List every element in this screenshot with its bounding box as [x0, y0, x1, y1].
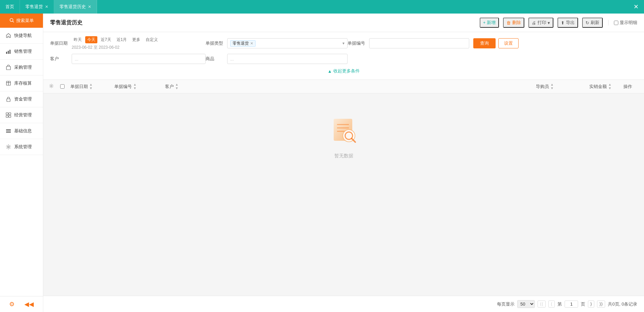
- print-icon: 🖨: [532, 20, 536, 25]
- th-order[interactable]: 单据编号 ▲▼: [112, 83, 162, 90]
- sidebar: 搜索菜单 快捷导航 销售管理: [0, 14, 43, 312]
- filter-row-1: 单据日期 昨天 今天 近7天 近1月 更多 自定义 2023-06-02 至 2…: [50, 36, 637, 50]
- table-container: 单据日期 ▲▼ 单据编号 ▲▼ 客户 ▲▼: [43, 80, 644, 296]
- th-select-all[interactable]: [57, 84, 68, 89]
- collapse-label: 收起更多条件: [333, 68, 360, 74]
- date-btn-yesterday[interactable]: 昨天: [72, 36, 84, 43]
- window-close-button[interactable]: ✕: [628, 3, 644, 10]
- gear-icon: [5, 144, 11, 150]
- th-amount[interactable]: 实销金额 ▲▼: [574, 83, 614, 90]
- th-customer-sort-icon: ▲▼: [175, 83, 178, 90]
- page-input[interactable]: [565, 300, 578, 308]
- tab-retail-return-close[interactable]: ✕: [45, 4, 48, 9]
- th-customer-label: 客户: [165, 84, 174, 90]
- svg-rect-13: [9, 115, 11, 117]
- date-btn-7days[interactable]: 近7天: [99, 36, 113, 43]
- th-guide-sort-icon: ▲▼: [550, 83, 554, 90]
- sidebar-item-basic-info[interactable]: 基础信息: [0, 123, 43, 139]
- svg-rect-9: [7, 99, 10, 102]
- next-page-button[interactable]: ⟩: [588, 300, 594, 308]
- sidebar-item-system-mgmt[interactable]: 系统管理: [0, 139, 43, 155]
- sidebar-item-sales-mgmt[interactable]: 销售管理: [0, 44, 43, 60]
- collapse-up-icon: ▲: [328, 69, 332, 74]
- sidebar-item-inventory[interactable]: 库存核算: [0, 75, 43, 91]
- settings-button[interactable]: ⚙: [9, 300, 15, 308]
- th-settings[interactable]: [46, 84, 57, 89]
- filter-type: 单据类型 零售退货 ✕ ▾: [206, 38, 348, 48]
- table-body: 暂无数据: [43, 93, 644, 296]
- settings-icon: [49, 84, 54, 89]
- collapse-button[interactable]: ▲ 收起更多条件: [324, 67, 364, 75]
- tab-retail-return-history-label: 零售退货历史: [59, 4, 86, 10]
- date-btn-today[interactable]: 今天: [85, 36, 97, 43]
- table-header: 单据日期 ▲▼ 单据编号 ▲▼ 客户 ▲▼: [43, 80, 644, 93]
- goods-select[interactable]: ...: [227, 54, 348, 64]
- th-customer[interactable]: 客户 ▲▼: [162, 83, 533, 90]
- search-menu-label: 搜索菜单: [16, 18, 34, 24]
- svg-point-18: [51, 85, 52, 87]
- customer-select[interactable]: ...: [72, 54, 206, 64]
- sidebar-item-business-label: 经营管理: [14, 112, 32, 118]
- grid-icon: [5, 128, 11, 134]
- sidebar-item-business[interactable]: 经营管理: [0, 107, 43, 123]
- type-tag-close[interactable]: ✕: [250, 41, 253, 46]
- customer-placeholder: ...: [75, 57, 78, 62]
- prev-page-button[interactable]: ⟨: [548, 300, 555, 308]
- date-btn-more[interactable]: 更多: [130, 36, 142, 43]
- refresh-icon: ↻: [586, 20, 589, 25]
- tab-retail-return-history[interactable]: 零售退货历史 ✕: [54, 0, 97, 14]
- type-tag-text: 零售退货: [233, 41, 249, 46]
- type-select[interactable]: 零售退货 ✕ ▾: [227, 38, 348, 48]
- sidebar-bottom: ⚙ ◀◀: [0, 296, 43, 312]
- filter-row-2: 客户 ... 商品 ...: [50, 54, 637, 64]
- th-guide[interactable]: 导购员 ▲▼: [533, 83, 574, 90]
- svg-rect-14: [6, 129, 11, 130]
- sidebar-item-finance[interactable]: 资金管理: [0, 91, 43, 107]
- date-btn-1month[interactable]: 近1月: [115, 36, 129, 43]
- home-icon: [5, 32, 11, 39]
- display-detail-checkbox[interactable]: 显示明细: [614, 20, 637, 26]
- tab-retail-return-history-close[interactable]: ✕: [88, 4, 91, 9]
- th-order-sort-icon: ▲▼: [133, 83, 137, 90]
- filter-area: 单据日期 昨天 今天 近7天 近1月 更多 自定义 2023-06-02 至 2…: [43, 32, 644, 80]
- type-select-text: 零售退货 ✕: [230, 40, 342, 47]
- search-menu-button[interactable]: 搜索菜单: [0, 14, 43, 28]
- setting-button[interactable]: 设置: [498, 38, 519, 48]
- display-detail-input[interactable]: [614, 21, 618, 25]
- svg-rect-3: [8, 51, 9, 54]
- svg-rect-5: [6, 66, 10, 70]
- svg-rect-11: [9, 113, 11, 115]
- sidebar-item-system-mgmt-label: 系统管理: [14, 144, 32, 150]
- chart-icon: [5, 48, 11, 54]
- sidebar-item-sales-mgmt-label: 销售管理: [14, 48, 32, 54]
- sidebar-item-quick-nav[interactable]: 快捷导航: [0, 28, 43, 44]
- last-page-button[interactable]: ⟩⟩: [597, 300, 605, 308]
- tab-home[interactable]: 首页: [0, 0, 20, 14]
- new-button[interactable]: + 新增: [480, 18, 499, 28]
- svg-point-0: [10, 18, 13, 21]
- page-size-select[interactable]: 10 20 50 100: [517, 300, 535, 308]
- new-label: + 新增: [483, 20, 496, 26]
- query-button[interactable]: 查询: [473, 38, 496, 48]
- type-label: 单据类型: [206, 40, 224, 46]
- svg-rect-4: [9, 50, 10, 54]
- sidebar-item-purchase-mgmt[interactable]: 采购管理: [0, 60, 43, 75]
- customer-label: 客户: [50, 56, 69, 62]
- empty-state: 暂无数据: [43, 93, 644, 179]
- sidebar-item-finance-label: 资金管理: [14, 96, 32, 102]
- query-label: 查询: [480, 41, 489, 46]
- bar-icon: [5, 112, 11, 118]
- print-button[interactable]: 🖨 打印 ▾: [528, 18, 553, 28]
- tab-retail-return[interactable]: 零售退货 ✕: [20, 0, 54, 14]
- th-date-label: 单据日期: [70, 84, 88, 90]
- export-button[interactable]: ⬆ 导出: [557, 18, 578, 28]
- th-date[interactable]: 单据日期 ▲▼: [68, 83, 112, 90]
- type-select-chevron-icon: ▾: [342, 41, 344, 46]
- refresh-button[interactable]: ↻ 刷新: [582, 18, 603, 28]
- first-page-button[interactable]: ⟨⟨: [538, 300, 546, 308]
- delete-button[interactable]: 🗑 删除: [503, 18, 524, 28]
- date-btn-custom[interactable]: 自定义: [144, 36, 160, 43]
- select-all-checkbox[interactable]: [60, 84, 65, 89]
- order-input[interactable]: [369, 38, 469, 48]
- volume-button[interactable]: ◀◀: [24, 300, 34, 308]
